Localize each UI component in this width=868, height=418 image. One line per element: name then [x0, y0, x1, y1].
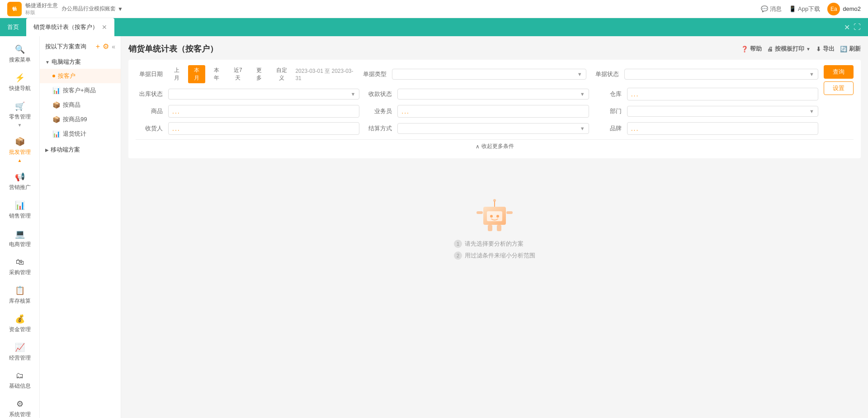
empty-tip-1: 1 请先选择要分析的方案	[454, 240, 535, 248]
filter-row-3: 商品 ... 业务员 ... 部门 ▼	[136, 105, 818, 118]
date-btn-this-year[interactable]: 本年	[208, 65, 225, 83]
window-close-button[interactable]: ✕	[844, 23, 850, 32]
brand-select[interactable]: ...	[627, 122, 818, 135]
scheme-item-return-stats[interactable]: 📊 退货统计	[40, 127, 121, 141]
group-arrow-right-icon: ▶	[45, 147, 49, 152]
filter-row-1: 单据日期 上月 本月 本年 近7天 更多 自定义 2023-03-01 至 20…	[136, 65, 818, 83]
retail-icon: 🛒	[15, 101, 25, 111]
tip-num-2: 2	[454, 252, 462, 260]
collection-status-select[interactable]: ▼	[397, 89, 589, 100]
out-status-label: 出库状态	[136, 90, 163, 98]
window-expand-button[interactable]: ⛶	[854, 23, 861, 32]
scheme-group-pc-label: 电脑端方案	[52, 58, 81, 66]
scheme-settings-button[interactable]: ⚙	[103, 43, 109, 50]
refresh-button[interactable]: 🔄 刷新	[840, 45, 861, 53]
settings-button[interactable]: 设置	[824, 81, 854, 95]
tab-close-icon[interactable]: ✕	[102, 24, 107, 31]
print-button[interactable]: 🖨 按模板打印 ▼	[767, 45, 811, 53]
return-icon: 📊	[52, 130, 60, 138]
date-btn-7days[interactable]: 近7天	[228, 65, 248, 83]
window-buttons: ✕ ⛶	[837, 23, 868, 32]
sidebar-item-quicknav[interactable]: ⚡ 快捷导航	[0, 68, 39, 97]
sidebar-item-finance[interactable]: 💰 资金管理	[0, 309, 39, 338]
scheme-collapse-button[interactable]: «	[112, 43, 115, 50]
sidebar-item-ecommerce[interactable]: 💻 电商管理	[0, 224, 39, 253]
operations-icon: 📈	[15, 342, 25, 352]
sidebar-item-marketing[interactable]: 📢 营销推广	[0, 167, 39, 196]
svg-point-3	[496, 215, 499, 218]
sidebar-item-system[interactable]: ⚙ 系统管理	[0, 394, 39, 418]
settlement-select[interactable]: ▼	[397, 123, 589, 134]
date-btn-this-month[interactable]: 本月	[188, 65, 205, 83]
main-layout: 🔍 搜索菜单 ⚡ 快捷导航 🛒 零售管理 ▼ 📦 批发管理 ▲ 📢 营销推广 📊…	[0, 36, 868, 418]
app-download-button[interactable]: 📱 App下载	[789, 5, 820, 13]
message-button[interactable]: 💬 消息	[761, 5, 782, 13]
settlement-dropdown-icon: ▼	[580, 126, 585, 131]
department-select[interactable]: ▼	[627, 106, 818, 117]
finance-icon: 💰	[15, 314, 25, 324]
scheme-item-by-customer-product[interactable]: 📊 按客户+商品	[40, 83, 121, 98]
scheme-group-pc-header[interactable]: ▼ 电脑端方案	[40, 55, 121, 69]
product-icon: 📦	[52, 101, 60, 109]
sidebar-item-wholesale[interactable]: 📦 批发管理 ▲	[0, 132, 39, 167]
purchase-icon: 🛍	[16, 257, 24, 267]
svg-rect-1	[487, 211, 502, 221]
sidebar-item-operations[interactable]: 📈 经营管理	[0, 338, 39, 366]
export-button[interactable]: ⬇ 导出	[816, 45, 835, 53]
industry-selector[interactable]: 办公用品行业模拟账套 ▼	[61, 5, 123, 13]
date-btn-last-month[interactable]: 上月	[168, 65, 185, 83]
chart-icon: 📊	[52, 87, 60, 94]
filter-row-2: 出库状态 ▼ 收款状态 ▼ 仓库	[136, 88, 818, 100]
date-btn-custom[interactable]: 自定义	[270, 65, 292, 83]
sidebar-item-purchase[interactable]: 🛍 采购管理	[0, 253, 39, 281]
receiver-select[interactable]: ...	[168, 122, 359, 135]
marketing-icon: 📢	[15, 172, 25, 182]
help-button[interactable]: ❓ 帮助	[741, 45, 762, 53]
tab-sales-stats[interactable]: 销货单统计表（按客户） ✕	[26, 18, 114, 36]
scheme-add-button[interactable]: +	[96, 43, 100, 50]
receiver-label: 收货人	[136, 124, 163, 133]
out-status-select[interactable]: ▼	[168, 89, 359, 100]
industry-label: 办公用品行业模拟账套	[61, 5, 116, 13]
download-icon: 📱	[789, 5, 796, 12]
out-status-dropdown-icon: ▼	[350, 91, 355, 97]
scheme-item-by-customer[interactable]: 按客户	[40, 69, 121, 83]
order-type-select[interactable]: ▼	[392, 69, 586, 80]
page-title-actions: ❓ 帮助 🖨 按模板打印 ▼ ⬇ 导出 🔄 刷新	[741, 45, 861, 53]
avatar: Ea	[827, 3, 840, 15]
scheme-header: 按以下方案查询 + ⚙ «	[40, 40, 121, 53]
svg-point-5	[493, 199, 496, 202]
sidebar-item-sales[interactable]: 📊 销售管理	[0, 196, 39, 224]
collapse-up-icon: ∧	[476, 143, 480, 150]
tab-home[interactable]: 首页	[0, 18, 26, 36]
warehouse-select[interactable]: ...	[627, 88, 818, 100]
salesperson-select[interactable]: ...	[397, 105, 589, 118]
svg-point-2	[490, 215, 493, 218]
sidebar-item-basic[interactable]: 🗂 基础信息	[0, 366, 39, 394]
filter-panel: 单据日期 上月 本月 本年 近7天 更多 自定义 2023-03-01 至 20…	[128, 60, 861, 158]
svg-rect-7	[506, 211, 513, 214]
secondary-sidebar: 按以下方案查询 + ⚙ « ▼ 电脑端方案 按客户 📊	[40, 36, 121, 418]
sidebar-item-search[interactable]: 🔍 搜索菜单	[0, 40, 39, 68]
order-status-select[interactable]: ▼	[624, 69, 818, 80]
wholesale-icon: 📦	[15, 137, 25, 147]
sidebar-item-inventory[interactable]: 📋 库存核算	[0, 281, 39, 309]
filter-row-4: 收货人 ... 结算方式 ▼ 品牌 ...	[136, 122, 818, 135]
message-icon: 💬	[761, 5, 768, 12]
scheme-item-by-product[interactable]: 📦 按商品	[40, 98, 121, 112]
order-type-label: 单据类型	[359, 70, 387, 78]
user-section: Ea demo2	[827, 3, 861, 15]
collapse-row[interactable]: ∧ 收起更多条件	[136, 140, 854, 153]
query-button[interactable]: 查询	[824, 65, 854, 79]
print-icon: 🖨	[767, 46, 773, 52]
tip-num-1: 1	[454, 240, 462, 248]
product-select[interactable]: ...	[168, 105, 359, 118]
scheme-group-mobile-header[interactable]: ▶ 移动端方案	[40, 143, 121, 157]
date-btn-more[interactable]: 更多	[250, 65, 268, 83]
sidebar-item-retail[interactable]: 🛒 零售管理 ▼	[0, 97, 39, 132]
scheme-group-mobile-label: 移动端方案	[51, 146, 80, 154]
empty-tip-2: 2 用过滤条件来缩小分析范围	[454, 252, 535, 260]
settlement-label: 结算方式	[365, 124, 392, 133]
scheme-item-by-product99[interactable]: 📦 按商品99	[40, 112, 121, 127]
order-type-dropdown-icon: ▼	[577, 71, 582, 77]
